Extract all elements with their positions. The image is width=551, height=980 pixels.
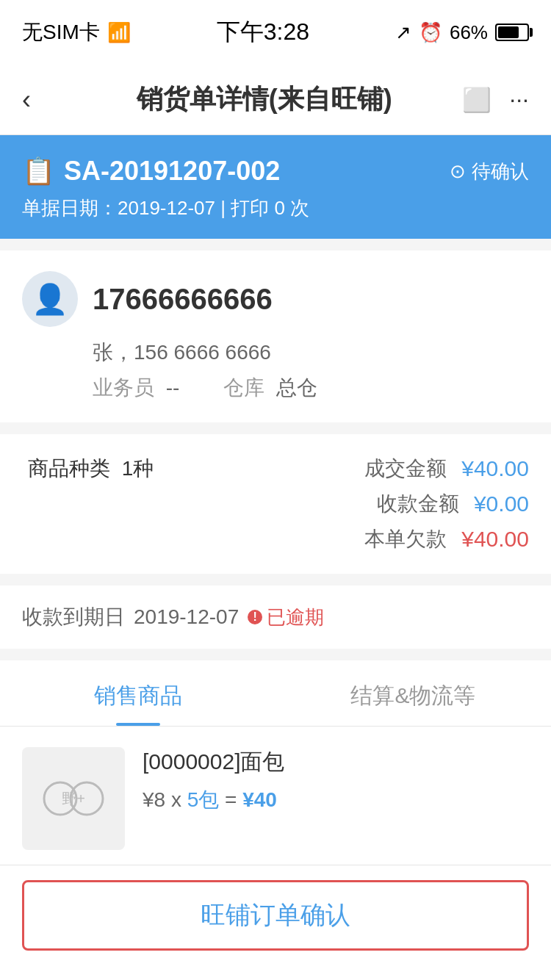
avatar: 👤 [22, 271, 78, 327]
received-amount-row: 收款金额 ¥0.00 [377, 490, 529, 518]
transaction-amount-row: 成交金额 ¥40.00 [364, 455, 529, 483]
tab-sales-products-label: 销售商品 [94, 683, 182, 707]
product-type-item: 商品种类 1种 [22, 455, 154, 483]
order-id-text: SA-20191207-002 [64, 156, 280, 187]
product-logo-svg: 野+ [37, 773, 110, 824]
customer-row: 👤 17666666666 [22, 271, 529, 327]
warehouse-label: 仓库 [223, 376, 264, 399]
salesperson-info: 业务员 -- [93, 374, 179, 402]
clock-icon: ⊙ [450, 160, 466, 183]
equals-text: = [225, 788, 242, 811]
product-thumbnail: 野+ [22, 747, 125, 850]
product-type-label: 商品种类 [28, 457, 110, 480]
product-type-value: 1种 [122, 457, 154, 480]
confirm-order-button[interactable]: 旺铺订单确认 [22, 880, 529, 951]
tab-settlement-logistics-label: 结算&物流等 [350, 683, 475, 707]
confirm-button-container: 旺铺订单确认 [0, 865, 551, 980]
status-bar-right: ↗ ⏰ 66% [395, 21, 529, 44]
transaction-amount-label: 成交金额 [364, 455, 447, 483]
product-item: 野+ [0000002]面包 ¥8 x 5包 = ¥40 [22, 747, 529, 850]
tab-settlement-logistics[interactable]: 结算&物流等 [276, 660, 551, 726]
tabs-header: 销售商品 结算&物流等 [0, 660, 551, 727]
order-header-card: 📋 SA-20191207-002 ⊙ 待确认 单据日期：2019-12-07 … [0, 135, 551, 239]
order-header-top: 📋 SA-20191207-002 ⊙ 待确认 [22, 156, 529, 187]
order-status-text: 待确认 [472, 159, 529, 184]
price-text: ¥8 x [143, 788, 181, 811]
product-section: 野+ [0000002]面包 ¥8 x 5包 = ¥40 [0, 727, 551, 871]
wifi-icon: 📶 [107, 21, 131, 44]
order-id: 📋 SA-20191207-002 [22, 156, 280, 187]
tabs-section: 销售商品 结算&物流等 野+ [0000002]面包 ¥8 x 5包 = [0, 660, 551, 871]
product-qty: 5包 [187, 788, 220, 811]
customer-contact: 张，156 6666 6666 [22, 339, 529, 367]
warehouse-info: 仓库 总仓 [223, 374, 317, 402]
product-total: ¥40 [242, 788, 277, 811]
order-date: 单据日期：2019-12-07 | 打印 0 次 [22, 195, 529, 221]
product-info: [0000002]面包 ¥8 x 5包 = ¥40 [143, 747, 529, 814]
owed-amount-label: 本单欠款 [364, 525, 447, 553]
status-bar-time: 下午3:28 [217, 16, 309, 48]
nav-bar: ‹ 销货单详情(来自旺铺) ⬜ ··· [0, 65, 551, 135]
order-status: ⊙ 待确认 [450, 159, 529, 184]
page-title: 销货单详情(来自旺铺) [137, 82, 392, 118]
summary-section: 商品种类 1种 成交金额 ¥40.00 收款金额 ¥0.00 本单欠款 ¥40.… [0, 434, 551, 574]
share-button[interactable]: ⬜ [462, 86, 491, 114]
summary-left: 商品种类 1种 [22, 455, 154, 483]
tab-sales-products[interactable]: 销售商品 [0, 660, 276, 726]
battery-label: 66% [450, 21, 488, 44]
overdue-label: 收款到期日 [22, 603, 125, 631]
owed-amount-value: ¥40.00 [461, 527, 529, 552]
overdue-badge: ! 已逾期 [248, 605, 324, 630]
back-button[interactable]: ‹ [22, 84, 66, 115]
overdue-badge-text: 已逾期 [267, 605, 324, 630]
transaction-amount-value: ¥40.00 [461, 456, 529, 481]
customer-section: 👤 17666666666 张，156 6666 6666 业务员 -- 仓库 … [0, 251, 551, 422]
owed-amount-row: 本单欠款 ¥40.00 [364, 525, 529, 553]
nav-actions: ⬜ ··· [462, 86, 529, 114]
overdue-date: 2019-12-07 [134, 605, 239, 629]
alarm-icon: ⏰ [419, 21, 442, 44]
salesperson-label: 业务员 [93, 376, 154, 399]
order-id-icon: 📋 [22, 156, 55, 187]
more-button[interactable]: ··· [509, 86, 529, 113]
battery-icon [495, 24, 529, 41]
product-price: ¥8 x 5包 = ¥40 [143, 786, 529, 814]
status-bar-left: 无SIM卡 📶 [22, 18, 131, 46]
warehouse-value: 总仓 [276, 376, 317, 399]
received-amount-label: 收款金额 [377, 490, 459, 518]
overdue-section: 收款到期日 2019-12-07 ! 已逾期 [0, 586, 551, 649]
avatar-icon: 👤 [32, 282, 68, 317]
received-amount-value: ¥0.00 [474, 491, 529, 516]
status-bar: 无SIM卡 📶 下午3:28 ↗ ⏰ 66% [0, 0, 551, 65]
confirm-button-label: 旺铺订单确认 [201, 898, 350, 932]
salesperson-value: -- [166, 376, 180, 399]
summary-right: 成交金额 ¥40.00 收款金额 ¥0.00 本单欠款 ¥40.00 [364, 455, 529, 553]
carrier-label: 无SIM卡 [22, 18, 100, 46]
overdue-dot-icon: ! [248, 610, 262, 624]
product-name: [0000002]面包 [143, 747, 529, 777]
customer-phone: 17666666666 [93, 283, 273, 316]
svg-text:野+: 野+ [62, 790, 85, 807]
customer-meta: 业务员 -- 仓库 总仓 [22, 374, 529, 402]
location-icon: ↗ [395, 21, 411, 44]
